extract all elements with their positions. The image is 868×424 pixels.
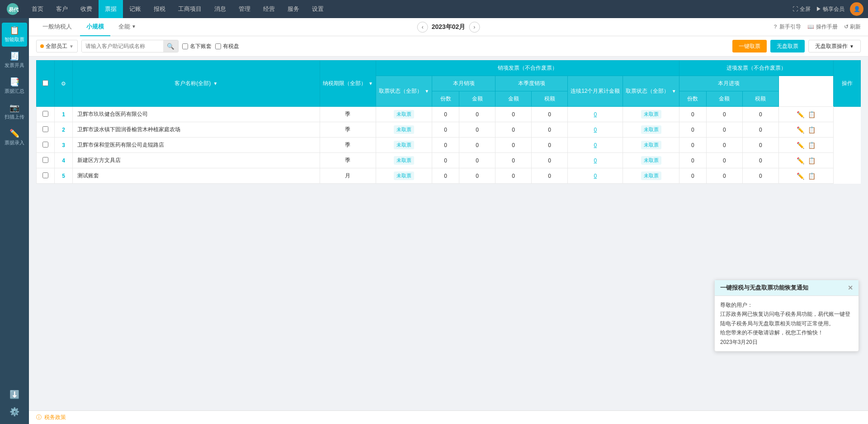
th-ops: 操作	[834, 61, 861, 107]
th-sales-group: 销项发票（不合作废票）	[376, 61, 679, 76]
th-cumulative: 连续12个月累计金额	[568, 76, 623, 107]
search-button[interactable]: 🔍	[163, 40, 178, 52]
nav-settings[interactable]: 设置	[306, 0, 330, 18]
row-checkbox[interactable]	[42, 142, 48, 148]
row-checkbox[interactable]	[42, 157, 48, 163]
sidebar-item-config[interactable]: ⚙️	[2, 404, 27, 419]
nav-tax[interactable]: 报税	[147, 0, 172, 18]
tab-all[interactable]: 全能 ▼	[112, 18, 142, 36]
next-month-btn[interactable]: ›	[469, 22, 480, 33]
th-input-monthly-amount: 金额	[706, 91, 742, 107]
row-cancel-status-input: 未取票	[623, 107, 679, 122]
tab-small[interactable]: 小规模	[80, 18, 110, 36]
row-checkbox[interactable]	[42, 111, 48, 117]
row-quarterly-sales-amount: 0	[495, 153, 532, 168]
edit-icon[interactable]: ✏️	[797, 142, 804, 149]
th-input-group: 进项发票（不合作废票）	[679, 61, 833, 76]
wupan-ops-btn[interactable]: 无盘取票操作 ▼	[808, 40, 861, 52]
th-sales-quarterly-amount: 金额	[495, 91, 532, 107]
view-icon[interactable]: 📋	[808, 126, 816, 133]
prev-month-btn[interactable]: ‹	[417, 22, 428, 33]
row-cumulative: 0	[568, 168, 623, 184]
bottom-bar: ⓘ 税务政策	[29, 410, 868, 424]
edit-icon[interactable]: ✏️	[797, 126, 804, 133]
nav-home[interactable]: 首页	[25, 0, 50, 18]
row-cancel-status-sales: 未取票	[376, 153, 432, 168]
nav-commerce[interactable]: 工商项目	[172, 0, 208, 18]
refresh-icon: ↺	[844, 24, 849, 30]
sidebar-item-smart-ticket[interactable]: 📋 智能取票	[2, 23, 27, 47]
row-period: 季	[320, 122, 376, 138]
month-nav: ‹ 2023年02月 ›	[417, 22, 480, 33]
row-customer: 卫辉市保和堂医药有限公司走辊路店	[73, 138, 320, 153]
mingxia-checkbox-label[interactable]: 名下账套	[182, 43, 212, 50]
sidebar-item-invoice[interactable]: 🧾 发票开具	[2, 48, 27, 72]
employee-label: 全部员工	[46, 43, 67, 50]
toolbar: 全部员工 ▼ 🔍 名下账套 有税盘	[29, 36, 868, 57]
sidebar-item-summary[interactable]: 📑 票据汇总	[2, 74, 27, 98]
edit-icon[interactable]: ✏️	[797, 111, 804, 118]
filter-period-icon[interactable]: ▼	[368, 81, 373, 86]
youpan-checkbox[interactable]	[215, 43, 221, 49]
sidebar-label-scan: 扫描上传	[5, 114, 24, 120]
tab-general[interactable]: 一般纳税人	[36, 18, 78, 36]
th-input-monthly-tax: 税额	[742, 91, 778, 107]
row-quarterly-sales-tax: 0	[532, 107, 568, 122]
nav-manage[interactable]: 管理	[232, 0, 257, 18]
sidebar-item-download[interactable]: ⬇️	[2, 387, 27, 402]
manual-btn[interactable]: 📖 操作手册	[807, 23, 837, 31]
th-cancel-status-input: 取票状态（全部） ▼	[623, 76, 679, 107]
sidebar-item-scan[interactable]: 📷 扫描上传	[2, 100, 27, 124]
nav-operation[interactable]: 经营	[257, 0, 281, 18]
member-btn[interactable]: ▶ 畅享会员	[816, 5, 844, 13]
nav-service[interactable]: 服务	[281, 0, 306, 18]
youpan-checkbox-label[interactable]: 有税盘	[215, 43, 239, 50]
view-icon[interactable]: 📋	[808, 111, 816, 118]
row-checkbox-cell	[37, 168, 55, 184]
settings-icon[interactable]: ⚙	[61, 81, 66, 87]
row-checkbox[interactable]	[42, 126, 48, 132]
row-index: 3	[55, 138, 73, 153]
view-icon[interactable]: 📋	[808, 142, 816, 149]
notification-title: 一键报税与无盘取票功能恢复通知	[720, 284, 808, 292]
nav-message[interactable]: 消息	[208, 0, 232, 18]
notification-body: 尊敬的用户： 江苏政务网已恢复访问电子税务局功能，易代账一键登陆电子税务局与无盘…	[715, 296, 859, 351]
smart-ticket-icon: 📋	[9, 26, 19, 34]
fullscreen-btn[interactable]: ⛶ 全屏	[793, 5, 810, 13]
edit-icon[interactable]: ✏️	[797, 157, 804, 164]
table-row: 5 测试账套 月 未取票 0 0 0 0 0 未取票 0 0 0 ✏️ 📋	[37, 168, 861, 184]
mingxia-checkbox[interactable]	[182, 43, 188, 49]
th-checkbox	[37, 61, 55, 107]
avatar[interactable]: 👤	[850, 2, 863, 16]
row-checkbox-cell	[37, 122, 55, 138]
view-icon[interactable]: 📋	[808, 157, 816, 164]
row-monthly-input-tax: 0	[742, 122, 778, 138]
nav-customer[interactable]: 客户	[50, 0, 74, 18]
edit-icon[interactable]: ✏️	[797, 172, 804, 180]
employee-selector[interactable]: 全部员工 ▼	[36, 40, 78, 52]
filter-cancel-input-icon[interactable]: ▼	[672, 89, 676, 94]
th-input-monthly-count: 份数	[679, 91, 706, 107]
view-icon[interactable]: 📋	[808, 172, 816, 180]
summary-icon: 📑	[9, 78, 19, 86]
th-period: 纳税期限（全部） ▼	[320, 61, 376, 107]
table-row: 2 卫辉市汲水镇下固润香榆营木种植家庭农场 季 未取票 0 0 0 0 0 未取…	[37, 122, 861, 138]
new-guide-btn[interactable]: ？ 新手引导	[773, 23, 801, 31]
filter-customer-icon[interactable]: ▼	[213, 81, 218, 86]
yijian-qupiao-btn[interactable]: 一键取票	[732, 40, 767, 52]
sidebar-item-entry[interactable]: ✏️ 票据录入	[2, 126, 27, 150]
refresh-btn[interactable]: ↺ 刷新	[844, 23, 861, 31]
tax-policy-link[interactable]: 税务政策	[44, 414, 66, 421]
row-checkbox[interactable]	[42, 172, 48, 178]
notification-close-btn[interactable]: ✕	[848, 284, 853, 291]
filter-cancel-sales-icon[interactable]: ▼	[425, 89, 429, 94]
row-monthly-sales-count: 0	[432, 153, 459, 168]
nav-ticket[interactable]: 票据	[99, 0, 123, 18]
search-input[interactable]	[82, 40, 163, 52]
select-all-checkbox[interactable]	[42, 80, 48, 86]
nav-fee[interactable]: 收费	[74, 0, 99, 18]
row-cumulative: 0	[568, 153, 623, 168]
table-container: ⚙ 客户名称(全部) ▼ 纳税期限（全部） ▼ 销项发票（不合作废票） 进项发票…	[29, 57, 868, 410]
wupan-qupiao-btn[interactable]: 无盘取票	[770, 40, 805, 52]
nav-bookkeep[interactable]: 记账	[123, 0, 147, 18]
